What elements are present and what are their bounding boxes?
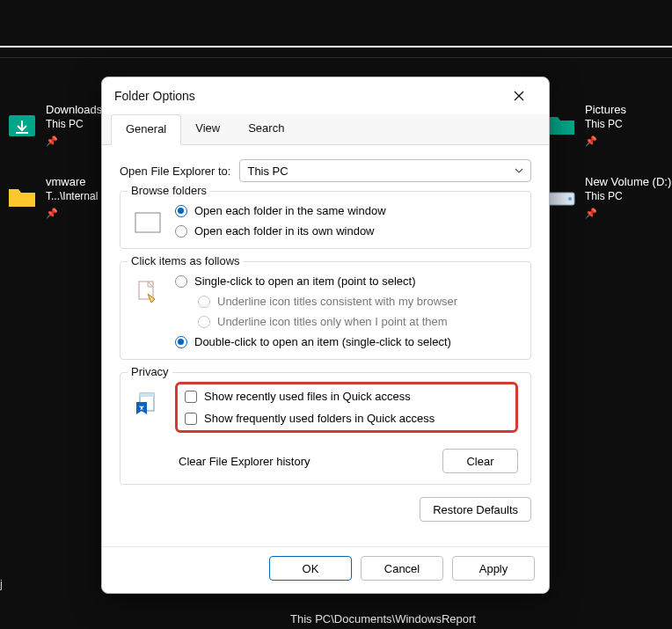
apply-button[interactable]: Apply <box>452 556 535 581</box>
pin-icon: 📌 <box>585 206 671 221</box>
tab-general[interactable]: General <box>111 114 181 145</box>
open-explorer-label: Open File Explorer to: <box>120 165 230 178</box>
folder-item[interactable]: Pictures This PC 📌 <box>546 100 626 150</box>
browse-folders-legend: Browse folders <box>128 184 210 197</box>
tab-bar: General View Search <box>102 114 549 145</box>
show-frequent-folders-checkbox[interactable] <box>185 413 197 425</box>
underline-browser-option: Underline icon titles consistent with my… <box>198 295 518 308</box>
browse-same-window-option[interactable]: Open each folder in the same window <box>175 204 518 217</box>
pin-icon: 📌 <box>46 206 98 221</box>
browse-same-window-radio[interactable] <box>175 205 187 217</box>
show-recent-files-checkbox[interactable] <box>185 391 197 403</box>
click-doc-icon <box>133 278 163 308</box>
browse-own-window-option[interactable]: Open each folder in its own window <box>175 224 518 238</box>
privacy-highlight-box: Show recently used files in Quick access… <box>175 382 518 433</box>
double-click-option[interactable]: Double-click to open an item (single-cli… <box>175 335 518 348</box>
folder-location: This PC <box>46 117 102 132</box>
restore-defaults-button[interactable]: Restore Defaults <box>420 497 531 522</box>
chevron-down-icon <box>515 166 523 175</box>
svg-rect-4 <box>135 213 160 232</box>
folder-icon <box>546 112 576 138</box>
single-click-option[interactable]: Single-click to open an item (point to s… <box>175 274 518 288</box>
folder-item[interactable]: Downloads This PC 📌 <box>7 100 102 150</box>
close-button[interactable] <box>501 83 537 109</box>
click-items-group: Click items as follows Single-click to o… <box>120 261 531 360</box>
underline-point-option: Underline icon titles only when I point … <box>198 315 518 328</box>
privacy-group: Privacy Show recently used files in Qui <box>120 372 531 485</box>
underline-browser-radio <box>198 296 210 308</box>
privacy-legend: Privacy <box>128 365 172 378</box>
folder-location: This PC <box>585 117 626 132</box>
tab-view[interactable]: View <box>181 114 234 144</box>
open-explorer-combo[interactable]: This PC <box>239 159 531 182</box>
folder-item[interactable]: New Volume (D:) This PC 📌 <box>546 172 671 222</box>
quick-access-icon <box>133 389 163 419</box>
folder-options-dialog: Folder Options General View Search Open … <box>101 77 550 594</box>
browse-own-window-radio[interactable] <box>175 225 187 238</box>
folder-item[interactable]: vmware T...\Internal 📌 <box>7 172 98 222</box>
folder-icon <box>7 112 37 138</box>
folder-icon <box>546 184 576 210</box>
folder-location: T...\Internal <box>46 189 98 204</box>
folder-name: Pictures <box>585 102 626 117</box>
close-icon <box>514 91 524 101</box>
clear-history-label: Clear File Explorer history <box>179 455 310 468</box>
double-click-radio[interactable] <box>175 336 187 348</box>
folder-location: This PC <box>585 189 671 204</box>
breadcrumb: This PC\Documents\WindowsReport <box>0 608 672 629</box>
folder-name: vmware <box>46 174 98 189</box>
svg-point-3 <box>568 197 572 201</box>
ok-button[interactable]: OK <box>269 556 352 581</box>
folder-name: Downloads <box>46 102 102 117</box>
underline-point-radio <box>198 316 210 328</box>
click-items-legend: Click items as follows <box>128 254 244 267</box>
clear-button[interactable]: Clear <box>442 449 518 473</box>
folder-name: New Volume (D:) <box>585 174 671 189</box>
window-icon <box>133 208 163 238</box>
single-click-radio[interactable] <box>175 275 187 288</box>
show-recent-files-option[interactable]: Show recently used files in Quick access <box>185 390 508 403</box>
pin-icon: 📌 <box>585 134 626 149</box>
browse-folders-group: Browse folders Open each folder in the s… <box>120 191 531 249</box>
folder-icon <box>7 184 37 210</box>
cancel-button[interactable]: Cancel <box>361 556 443 581</box>
tab-search[interactable]: Search <box>234 114 298 144</box>
pin-icon: 📌 <box>46 134 102 149</box>
dialog-title: Folder Options <box>114 89 195 103</box>
show-frequent-folders-option[interactable]: Show frequently used folders in Quick ac… <box>185 412 508 425</box>
open-explorer-value: This PC <box>247 165 288 178</box>
